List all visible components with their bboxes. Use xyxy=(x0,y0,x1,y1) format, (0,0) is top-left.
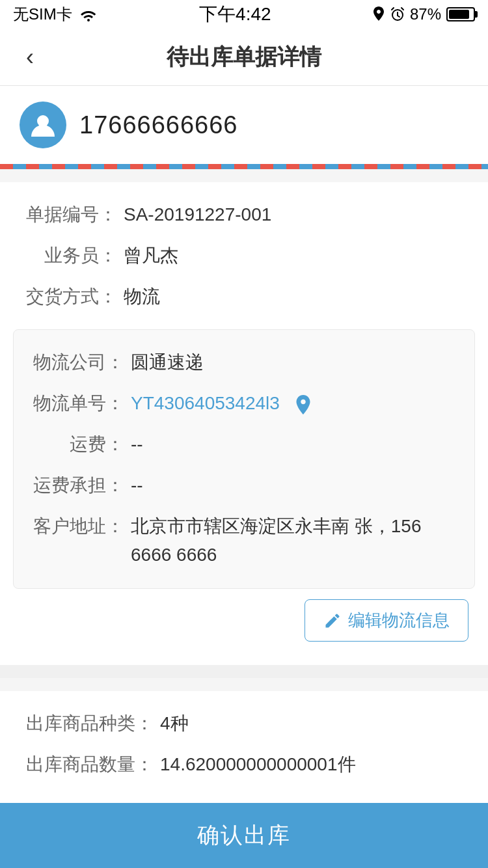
alarm-icon xyxy=(390,7,405,22)
battery-icon xyxy=(446,7,475,21)
status-right: 87% xyxy=(372,5,475,23)
address-label: 客户地址： xyxy=(33,512,124,541)
tracking-location-icon[interactable] xyxy=(291,393,315,416)
confirm-button[interactable]: 确认出库 xyxy=(0,803,488,868)
product-types-value: 4种 xyxy=(154,709,462,739)
salesperson-label: 业务员： xyxy=(26,241,117,271)
dashed-separator xyxy=(0,164,488,169)
delivery-method-label: 交货方式： xyxy=(26,282,117,312)
logistics-company-value: 圆通速递 xyxy=(124,348,455,377)
section-divider-1 xyxy=(0,665,488,678)
salesperson-value: 曾凡杰 xyxy=(117,241,462,271)
product-qty-value: 14.620000000000001件 xyxy=(154,750,462,780)
product-qty-row: 出库商品数量： 14.620000000000001件 xyxy=(26,750,462,780)
status-bar: 无SIM卡 下午4:42 87% xyxy=(0,0,488,29)
freight-label: 运费： xyxy=(33,430,124,459)
avatar xyxy=(20,102,66,148)
order-no-value: SA-20191227-001 xyxy=(117,200,462,230)
address-value: 北京市市辖区海淀区永丰南 张，156 6666 6666 xyxy=(124,512,455,571)
product-types-label: 出库商品种类： xyxy=(26,709,154,739)
wifi-icon xyxy=(79,7,98,21)
logistics-company-label: 物流公司： xyxy=(33,348,124,377)
salesperson-row: 业务员： 曾凡杰 xyxy=(26,241,462,271)
tracking-no-value: YT43064053424l3 xyxy=(124,389,455,418)
freight-row: 运费： -- xyxy=(33,430,455,459)
tracking-no-label: 物流单号： xyxy=(33,389,124,418)
carrier-text: 无SIM卡 xyxy=(13,4,72,25)
status-time: 下午4:42 xyxy=(199,2,271,27)
product-types-row: 出库商品种类： 4种 xyxy=(26,709,462,739)
status-left: 无SIM卡 xyxy=(13,4,98,25)
page-title: 待出库单据详情 xyxy=(167,42,321,72)
edit-icon xyxy=(323,612,342,630)
battery-percent: 87% xyxy=(410,5,441,23)
address-row: 客户地址： 北京市市辖区海淀区永丰南 张，156 6666 6666 xyxy=(33,512,455,571)
tracking-no-row: 物流单号： YT43064053424l3 xyxy=(33,389,455,418)
basic-info-section: 单据编号： SA-20191227-001 业务员： 曾凡杰 交货方式： 物流 xyxy=(0,182,488,329)
edit-logistics-btn-row: 编辑物流信息 xyxy=(0,589,488,655)
freight-bear-label: 运费承担： xyxy=(33,471,124,500)
edit-logistics-button[interactable]: 编辑物流信息 xyxy=(305,599,468,642)
user-icon xyxy=(29,111,57,139)
back-button[interactable]: ‹ xyxy=(20,37,40,77)
nav-bar: ‹ 待出库单据详情 xyxy=(0,29,488,86)
freight-value: -- xyxy=(124,430,455,459)
freight-bear-value: -- xyxy=(124,471,455,500)
product-qty-label: 出库商品数量： xyxy=(26,750,154,780)
order-no-label: 单据编号： xyxy=(26,200,117,230)
delivery-method-row: 交货方式： 物流 xyxy=(26,282,462,312)
user-phone: 17666666666 xyxy=(79,111,237,139)
logistics-company-row: 物流公司： 圆通速递 xyxy=(33,348,455,377)
location-status-icon xyxy=(372,7,385,22)
user-header: 17666666666 xyxy=(0,86,488,164)
logistics-card: 物流公司： 圆通速递 物流单号： YT43064053424l3 运费： -- … xyxy=(13,329,475,589)
delivery-method-value: 物流 xyxy=(117,282,462,312)
order-no-row: 单据编号： SA-20191227-001 xyxy=(26,200,462,230)
freight-bear-row: 运费承担： -- xyxy=(33,471,455,500)
